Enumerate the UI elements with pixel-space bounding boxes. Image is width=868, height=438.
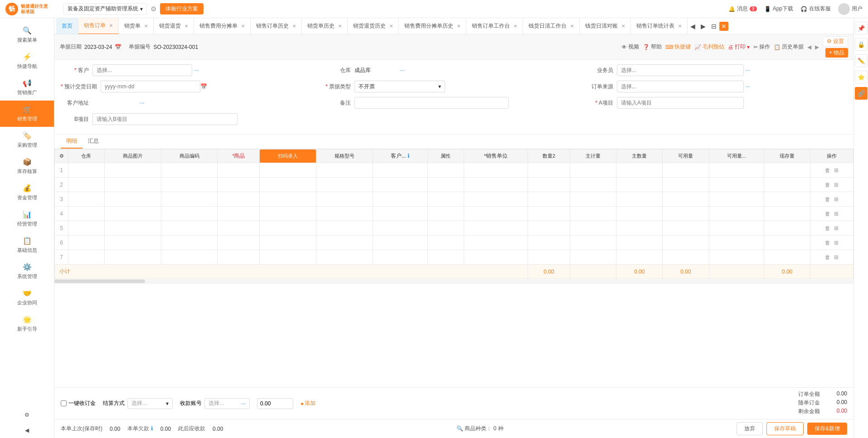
b-project-input[interactable] [92, 113, 238, 125]
row-available-qty2-5[interactable] [709, 221, 764, 236]
row-action-3[interactable]: 🗑 ⊞ [810, 192, 853, 207]
tab-nav-right[interactable]: ▶ [698, 23, 708, 30]
tab-expense-history[interactable]: 销售费用分摊单历史 ✕ [399, 18, 466, 34]
sidebar-item-marketing[interactable]: 📢 营销推广 [0, 74, 54, 101]
row-product-code-5[interactable] [161, 221, 218, 236]
staff-input[interactable] [617, 64, 744, 76]
row-scan-2[interactable] [260, 178, 316, 192]
tab-sales-return-goods[interactable]: 销货退货 ✕ [154, 18, 194, 34]
tab-order-history[interactable]: 销售订单历史 ✕ [251, 18, 302, 34]
row-unit-4[interactable] [464, 207, 528, 221]
customer-input[interactable] [92, 64, 192, 76]
row-spec-7[interactable] [316, 250, 373, 265]
row-main-unit-2[interactable] [570, 178, 616, 192]
row-unit-3[interactable] [464, 192, 528, 207]
row-qty2-6[interactable] [528, 236, 570, 250]
row-action-6[interactable]: 🗑 ⊞ [810, 236, 853, 250]
notification-item[interactable]: 🔔 消息 9 [728, 5, 757, 13]
row-product-code-6[interactable] [161, 236, 218, 250]
row-spec-6[interactable] [316, 236, 373, 250]
account-ellipsis[interactable]: ··· [241, 400, 246, 407]
row-available-qty2-7[interactable] [709, 250, 764, 265]
save-new-button[interactable]: 保存&新增 [807, 423, 847, 435]
row-customer-spec-7[interactable] [373, 250, 427, 265]
delete-icon-7[interactable]: 🗑 [825, 254, 830, 260]
sidebar-item-search[interactable]: 🔍 搜索菜单 [0, 22, 54, 48]
row-attribute-1[interactable] [427, 163, 464, 178]
row-product-code-1[interactable] [161, 163, 218, 178]
row-main-qty-7[interactable] [616, 250, 662, 265]
row-attribute-4[interactable] [427, 207, 464, 221]
row-unit-7[interactable] [464, 250, 528, 265]
copy-icon-7[interactable]: ⊞ [834, 254, 839, 260]
row-current-qty-1[interactable] [764, 163, 810, 178]
tab-close-sales-return[interactable]: ✕ [144, 24, 148, 29]
row-spec-4[interactable] [316, 207, 373, 221]
row-product-image-2[interactable] [104, 178, 161, 192]
delivery-calendar-icon[interactable]: 📅 [200, 83, 207, 90]
row-product-2[interactable] [218, 178, 260, 192]
print-btn[interactable]: 🖨 打印 ▾ [728, 43, 750, 51]
row-main-unit-3[interactable] [570, 192, 616, 207]
row-unit-6[interactable] [464, 236, 528, 250]
row-warehouse-7[interactable] [68, 250, 105, 265]
row-warehouse-1[interactable] [68, 163, 105, 178]
copy-icon-3[interactable]: ⊞ [834, 196, 839, 202]
row-product-image-6[interactable] [104, 236, 161, 250]
row-product-4[interactable] [218, 207, 260, 221]
discard-button[interactable]: 放弃 [737, 422, 763, 435]
row-main-qty-5[interactable] [616, 221, 662, 236]
tab-stats[interactable]: 销售订单统计表 ✕ [631, 18, 688, 34]
sidebar-item-guide[interactable]: 🌟 新手引导 [0, 311, 54, 337]
tab-close-stats[interactable]: ✕ [678, 24, 682, 29]
history-btn[interactable]: 📋 历史单据 [774, 43, 804, 51]
row-spec-5[interactable] [316, 221, 373, 236]
tab-cash-daily[interactable]: 钱货日清工作台 ✕ [523, 18, 580, 34]
view-btn[interactable]: 👁 视频 [621, 43, 639, 51]
add-goods-button[interactable]: + 物品 [825, 48, 848, 58]
tab-close-return-goods-history[interactable]: ✕ [389, 24, 393, 29]
row-main-qty-1[interactable] [616, 163, 662, 178]
profit-btn[interactable]: 📈 毛利预估 [694, 43, 724, 51]
scrollbar-area[interactable] [54, 279, 853, 284]
row-attribute-5[interactable] [427, 221, 464, 236]
row-available-qty2-6[interactable] [709, 236, 764, 250]
add-payment-button[interactable]: ● 添加 [301, 399, 315, 407]
row-product-code-4[interactable] [161, 207, 218, 221]
sidebar-item-basic-info[interactable]: 📋 基础信息 [0, 232, 54, 258]
tab-close-reconcile[interactable]: ✕ [621, 24, 625, 29]
save-draft-button[interactable]: 保存草稿 [766, 422, 804, 435]
row-main-unit-6[interactable] [570, 236, 616, 250]
row-product-image-7[interactable] [104, 250, 161, 265]
tab-close-expense-split[interactable]: ✕ [241, 24, 245, 29]
row-scan-6[interactable] [260, 236, 316, 250]
tab-nav-left[interactable]: ◀ [688, 23, 698, 30]
delete-icon-5[interactable]: 🗑 [825, 225, 830, 231]
row-main-unit-5[interactable] [570, 221, 616, 236]
row-scan-7[interactable] [260, 250, 316, 265]
gear-icon[interactable]: ⚙ [150, 5, 156, 13]
row-warehouse-3[interactable] [68, 192, 105, 207]
delete-icon-3[interactable]: 🗑 [825, 196, 830, 202]
right-link-icon[interactable]: 🔗 [855, 87, 868, 100]
scrollbar-thumb[interactable] [54, 279, 145, 283]
detail-tab-summary[interactable]: 汇总 [82, 135, 104, 149]
row-product-image-3[interactable] [104, 192, 161, 207]
detail-tab-detail[interactable]: 明细 [61, 135, 82, 149]
row-spec-1[interactable] [316, 163, 373, 178]
setting-button[interactable]: ⚙ 设置 [823, 36, 848, 47]
help-btn[interactable]: ❓ 帮助 [643, 43, 662, 51]
row-available-qty2-2[interactable] [709, 178, 764, 192]
one-click-checkbox-input[interactable] [61, 400, 67, 406]
right-pin-icon[interactable]: 📌 [855, 22, 868, 34]
invoice-type-select[interactable]: 不开票 ▾ [354, 81, 445, 92]
row-available-qty2-4[interactable] [709, 207, 764, 221]
sidebar-item-inventory[interactable]: 📦 库存核算 [0, 153, 54, 179]
calendar-icon[interactable]: 📅 [115, 44, 121, 50]
col-settings[interactable]: ⚙ [55, 149, 68, 163]
row-customer-spec-2[interactable] [373, 178, 427, 192]
delete-icon-4[interactable]: 🗑 [825, 211, 830, 217]
tab-nav-close-all[interactable]: ✕ [719, 22, 728, 31]
delete-icon-2[interactable]: 🗑 [825, 182, 830, 188]
tab-return-history[interactable]: 销货单历史 ✕ [302, 18, 348, 34]
